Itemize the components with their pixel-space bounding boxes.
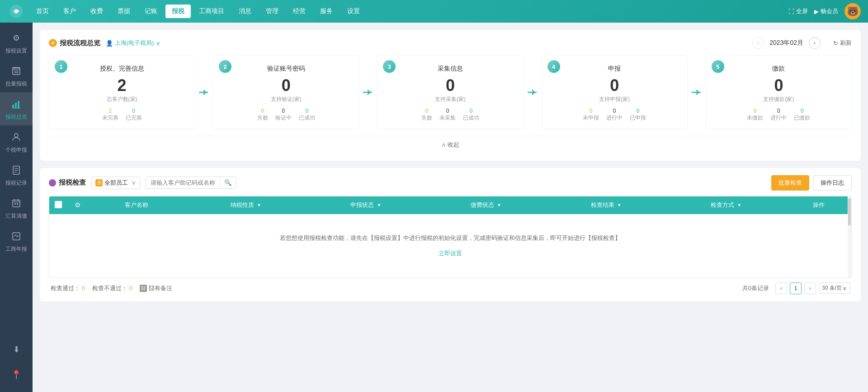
step-stat-unpaid: 0 未缴款 <box>747 108 763 122</box>
col-declaration-status: 申报状态 ▼ <box>306 196 426 214</box>
step-subtitle-1: 总客户数(家) <box>57 96 187 103</box>
fullscreen-button[interactable]: ⛶ 全屏 <box>788 7 808 15</box>
chevron-up-icon: ∧ <box>441 141 446 148</box>
declaration-status-filter-icon[interactable]: ▼ <box>377 202 382 208</box>
check-result-filter-icon[interactable]: ▼ <box>617 202 622 208</box>
step-stat-fail-2: 0 失败 <box>257 108 268 122</box>
play-icon: ▶ <box>814 8 819 15</box>
step-number-2: 2 <box>219 60 231 73</box>
nav-item-tax[interactable]: 报税 <box>165 5 191 18</box>
payment-status-filter-icon[interactable]: ▼ <box>497 202 502 208</box>
step-card-1: 1 授权、完善信息 2 总客户数(家) 2 未完善 0 已完善 <box>49 55 195 129</box>
step-stat-fail-3: 0 失败 <box>421 108 432 122</box>
next-page-button[interactable]: › <box>804 282 816 294</box>
nav-item-message[interactable]: 消息 <box>232 5 258 18</box>
nav-item-client[interactable]: 客户 <box>57 5 82 18</box>
refresh-button[interactable]: ↻ 刷新 <box>833 39 852 47</box>
empty-message: 若您想使用报税检查功能，请先在【报税设置】中进行报税的初始化设置，完成密码验证和… <box>49 214 851 277</box>
nav-item-service[interactable]: 服务 <box>314 5 339 18</box>
arrow-3 <box>524 55 542 129</box>
sidebar-item-download[interactable]: ⬇ <box>7 338 25 361</box>
sidebar-item-batch-tax[interactable]: 批量报税 <box>0 59 33 92</box>
step-card-5: 5 缴款 0 支持缴款(家) 0 未缴款 0 进行中 0 已缴款 <box>706 55 852 129</box>
svg-rect-21 <box>13 233 20 240</box>
batch-check-button[interactable]: 批量检查 <box>771 175 809 191</box>
check-title: 报税检查 <box>49 178 86 187</box>
sidebar-item-annual-report[interactable]: 工商年报 <box>0 225 33 258</box>
step-count-5: 0 <box>713 76 844 95</box>
select-all-checkbox[interactable] <box>55 201 62 208</box>
nav-item-settings[interactable]: 设置 <box>341 5 366 18</box>
step-stats-3: 0 失败 0 未采集 0 已成功 <box>385 108 515 122</box>
per-page-selector[interactable]: 30 条/页 ∨ <box>819 282 850 294</box>
step-stat-declared: 0 已申报 <box>630 108 646 122</box>
setup-link[interactable]: 立即设置 <box>439 250 462 257</box>
overview-icon: + <box>49 39 57 47</box>
step-subtitle-2: 支持验证(家) <box>221 96 351 103</box>
nav-item-accounting[interactable]: 记账 <box>138 5 164 18</box>
step-card-4: 4 申报 0 支持申报(家) 0 未申报 0 进行中 0 已申报 <box>542 55 688 129</box>
check-method-filter-icon[interactable]: ▼ <box>737 202 742 208</box>
location-person-icon: 👤 <box>106 40 113 47</box>
arrow-2 <box>359 55 377 129</box>
sidebar-item-tax-settings[interactable]: ⚙ 报税设置 <box>0 26 33 59</box>
search-button[interactable]: 🔍 <box>220 177 236 188</box>
step-stat-paid: 0 已缴款 <box>794 108 810 122</box>
nav-item-fees[interactable]: 收费 <box>84 5 109 18</box>
month-navigation: ‹ 2023年02月 › <box>752 37 821 49</box>
tax-nature-filter-icon[interactable]: ▼ <box>256 202 261 208</box>
sidebar-item-annual-settlement[interactable]: 汇算清缴 <box>0 191 33 225</box>
current-month: 2023年02月 <box>769 39 803 47</box>
sidebar-item-tax-overview[interactable]: 报税总览 <box>0 92 33 125</box>
svg-rect-3 <box>13 67 20 70</box>
step-stats-4: 0 未申报 0 进行中 0 已申报 <box>549 108 680 122</box>
staff-selector[interactable]: 员 全部员工 ∨ <box>91 177 140 189</box>
step-stats-1: 2 未完善 0 已完善 <box>57 108 187 122</box>
next-month-button[interactable]: › <box>809 37 821 49</box>
step-number-1: 1 <box>55 60 67 73</box>
tax-overview-icon <box>9 97 24 111</box>
nav-item-invoice[interactable]: 票据 <box>111 5 137 18</box>
svg-rect-15 <box>13 200 20 207</box>
col-check-method: 检查方式 ▼ <box>666 196 787 214</box>
scrollbar-thumb[interactable] <box>848 198 851 225</box>
nav-item-business[interactable]: 工商项目 <box>193 5 231 18</box>
search-box: 🔍 <box>146 177 236 189</box>
scrollbar[interactable] <box>848 196 851 277</box>
check-fail-stat: 检查不通过： 0 <box>92 284 132 292</box>
sidebar-item-tax-record[interactable]: 报税记录 <box>0 158 33 191</box>
location-selector[interactable]: 👤 上海(电子税局) ∨ <box>106 39 160 47</box>
search-input[interactable] <box>146 177 220 188</box>
col-checkbox <box>49 196 67 214</box>
step-card-2: 2 验证账号密码 0 支持验证(家) 0 失败 0 验证中 0 已成功 <box>213 55 359 129</box>
gear-icon[interactable]: ⚙ <box>73 201 81 209</box>
data-table-wrapper: ⚙ 客户名称 纳税性质 ▼ 申报状态 ▼ <box>49 196 852 278</box>
tax-settings-icon: ⚙ <box>9 31 24 45</box>
col-operation: 操作 <box>786 196 851 214</box>
col-gear: ⚙ <box>67 196 87 214</box>
step-count-4: 0 <box>549 76 680 95</box>
check-header: 报税检查 员 全部员工 ∨ 🔍 批量检查 操作日志 <box>49 175 852 191</box>
nav-item-home[interactable]: 首页 <box>30 5 55 18</box>
sidebar-bottom: ⬇ 📍 <box>7 338 25 392</box>
first-page-button[interactable]: ‹ <box>775 282 787 294</box>
step-stat-success-2: 0 已成功 <box>299 108 315 122</box>
check-pass-count[interactable]: 0 <box>82 285 85 292</box>
operation-log-button[interactable]: 操作日志 <box>813 175 852 191</box>
sidebar-item-location[interactable]: 📍 <box>7 363 25 387</box>
nav-item-manage[interactable]: 管理 <box>259 5 285 18</box>
collapse-button[interactable]: ∧ 收起 <box>49 136 852 153</box>
fullscreen-icon: ⛶ <box>788 8 794 15</box>
main-content: + 报税流程总览 👤 上海(电子税局) ∨ ‹ 2023年02月 › ↻ 刷新 … <box>33 23 868 392</box>
location-icon: 📍 <box>9 368 24 382</box>
prev-month-button[interactable]: ‹ <box>752 37 764 49</box>
member-button[interactable]: ▶ 畅会员 <box>814 7 838 15</box>
nav-item-operation[interactable]: 经营 <box>287 5 312 18</box>
check-fail-count[interactable]: 0 <box>129 285 132 292</box>
pagination: 共0条记录 ‹ 1 › 30 条/页 ∨ <box>742 282 850 294</box>
fullscreen-label: 全屏 <box>796 7 808 15</box>
user-avatar[interactable]: 🐻 <box>844 3 861 19</box>
sidebar-item-personal-tax[interactable]: 个税申报 <box>0 125 33 158</box>
step-title-1: 授权、完善信息 <box>57 65 187 73</box>
step-title-3: 采集信息 <box>385 65 515 73</box>
